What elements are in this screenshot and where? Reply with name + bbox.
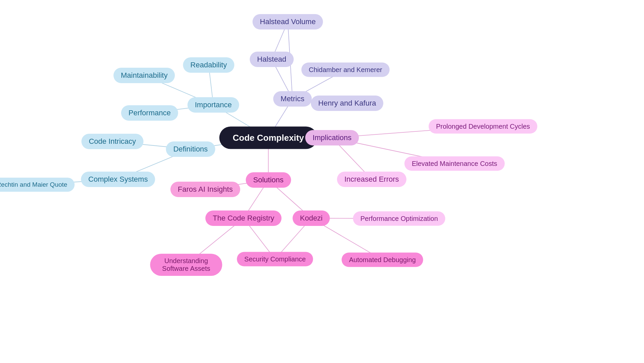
node-kodezi: Kodezi bbox=[292, 210, 330, 226]
node-increased-errors: Increased Errors bbox=[337, 172, 407, 187]
node-performance-opt: Performance Optimization bbox=[353, 211, 445, 226]
node-implications: Implications bbox=[305, 130, 359, 145]
node-performance: Performance bbox=[121, 105, 178, 121]
node-readability: Readability bbox=[183, 57, 234, 73]
node-automated-debugging: Automated Debugging bbox=[341, 253, 423, 267]
node-chidamber-kemerer: Chidamber and Kemerer bbox=[302, 63, 390, 77]
node-prolonged-dev: Prolonged Development Cycles bbox=[429, 119, 537, 134]
node-faros-ai: Faros AI Insights bbox=[170, 182, 240, 197]
node-maintainability: Maintainability bbox=[113, 68, 175, 83]
node-complex-systems: Complex Systems bbox=[81, 172, 155, 187]
node-code-intricacy: Code Intricacy bbox=[82, 134, 144, 149]
node-code-complexity: Code Complexity bbox=[219, 127, 317, 149]
node-solutions: Solutions bbox=[246, 172, 291, 188]
node-rechtin-quote: Rechtin and Maier Quote bbox=[0, 178, 75, 192]
node-definitions: Definitions bbox=[166, 141, 215, 157]
node-halstead: Halstead bbox=[250, 52, 294, 67]
node-security-compliance: Security Compliance bbox=[237, 252, 313, 266]
node-understanding-sw: Understanding Software Assets bbox=[150, 254, 222, 276]
node-importance: Importance bbox=[187, 97, 239, 113]
node-code-registry: The Code Registry bbox=[205, 210, 281, 226]
node-elevated-maint: Elevated Maintenance Costs bbox=[405, 157, 505, 171]
node-halstead-volume: Halstead Volume bbox=[253, 14, 323, 29]
node-metrics: Metrics bbox=[273, 91, 312, 107]
node-henry-kafura: Henry and Kafura bbox=[311, 96, 383, 111]
